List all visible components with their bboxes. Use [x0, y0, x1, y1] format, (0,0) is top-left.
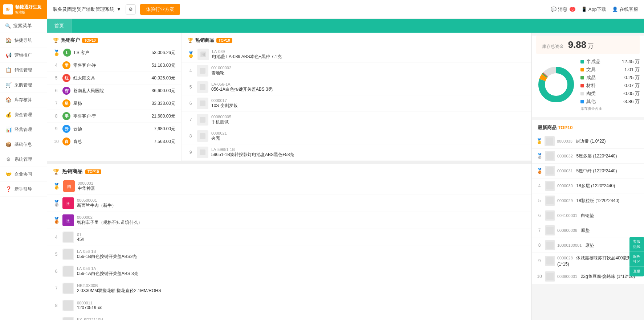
content-area: 🏆 热销客户 TOP10 🥇 L LS 客户 53,006.26元 4 零 — [47, 33, 644, 320]
prod-right-code-7: LA-59651-1B — [211, 147, 294, 152]
customer-amount-1: 53,006.26元 — [152, 50, 175, 56]
customer-name-3: 红太阳文具 — [73, 75, 149, 81]
newest-name-4: 18多层 (1220*2440) — [576, 183, 615, 188]
hot-info-2: 000500001 新西兰牛肉（新牛） — [77, 198, 116, 209]
rank-num-8: 10 — [53, 139, 60, 144]
rank-num-2: 4 — [53, 63, 60, 68]
float-btn-kefu[interactable]: 客服 热线 — [629, 237, 644, 252]
legend-dot-2 — [580, 68, 584, 71]
legend-item-2: 文具 1.01 万 — [580, 66, 640, 73]
svg-text:图: 图 — [201, 53, 205, 57]
hot-top10-badge: TOP10 — [85, 169, 101, 174]
newest-code-3: 0000031 — [557, 169, 573, 173]
nav-icon-kucun: 🏠 — [5, 97, 12, 103]
newest-name-1: 封边带 (1.0*22) — [576, 139, 606, 144]
svg-rect-17 — [63, 283, 73, 294]
customer-row-3: 5 红 红太阳文具 40,925.00元 — [47, 72, 181, 85]
right-panel: 库存总资金 9.88 万 — [531, 33, 644, 320]
newest-code-10: 003800001 — [557, 274, 577, 279]
newest-rank-4: 4 — [536, 183, 543, 188]
nav-icon-xiaoshou: 📋 — [5, 67, 12, 73]
sidebar-item-yingxiao[interactable]: 📢 营销推广 — [0, 48, 47, 63]
search-menu[interactable]: 🔍 搜索菜单 — [0, 19, 47, 33]
newest-code-5: 0000029 — [557, 198, 573, 203]
app-icon: 📱 — [581, 7, 587, 12]
nav-icon-zijin: 💰 — [5, 111, 12, 118]
svg-rect-19 — [63, 317, 73, 320]
hot-info-5: LA-056-1B 056-1B白色按键开关盖ABS2壳 — [77, 249, 137, 260]
svg-rect-3 — [200, 84, 205, 90]
prod-right-rank-2: 4 — [187, 68, 194, 73]
rank-icon-1: 🥇 — [53, 49, 60, 56]
trial-button[interactable]: 体验行业方案 — [140, 4, 180, 15]
newest-row-4: 4 0000030 18多层 (1220*2440) — [532, 179, 644, 193]
legend-dot-6 — [580, 100, 584, 103]
prod-right-name-4: 10S 变刹罗彀 — [211, 103, 238, 109]
nav-label-zijin: 资金管理 — [15, 112, 32, 118]
notify-button[interactable]: 💬 消息 6 — [551, 6, 575, 13]
nav-label-kuaijie: 快捷导航 — [15, 37, 32, 44]
legend-value-2: 1.01 万 — [624, 66, 640, 73]
prod-right-row-5: 7 000800005 手机测试 — [182, 112, 531, 128]
settings-button[interactable]: ⚙ — [126, 4, 136, 15]
newest-name-7: 原垫 — [581, 228, 590, 233]
hot-name-6: 056-1A白色按键开关盖ABS 3壳 — [77, 271, 138, 277]
sidebar-item-qiye[interactable]: 🤝 企业协同 — [0, 167, 47, 182]
legend-value-3: 0.25 万 — [624, 74, 640, 81]
tab-home[interactable]: 首页 — [47, 19, 72, 33]
hot-code-8: 0000011 — [77, 301, 102, 305]
customer-badge-4: 杏 — [62, 87, 70, 95]
prod-right-code-1: LA-089 — [212, 49, 282, 54]
sidebar-item-xitong[interactable]: ⚙ 系统管理 — [0, 152, 47, 167]
prod-right-placeholder-6 — [197, 130, 208, 142]
sidebar-item-jichu[interactable]: 📦 基础信息 — [0, 137, 47, 152]
newest-info-5: 0000029 18颗粒板 (1220*2440) — [557, 198, 619, 204]
customer-name-7: 云扬 — [73, 126, 151, 132]
sidebar-item-kuaijie[interactable]: 🏠 快捷导航 — [0, 33, 47, 48]
svg-rect-6 — [200, 133, 205, 139]
newest-info-8: 10000100001 原垫 — [557, 242, 594, 249]
customer-row-5: 7 星 星扬 33,333.00元 — [47, 97, 181, 110]
customers-top10-badge: TOP10 — [82, 38, 98, 43]
system-selector[interactable]: 装备及固定资产辅助管理系统 ▼ — [53, 6, 121, 13]
newest-top10: TOP10 — [558, 125, 573, 130]
customer-badge-3: 红 — [62, 74, 70, 82]
top-customers-title: 🏆 热销客户 TOP10 — [47, 33, 181, 46]
hot-rank-5: 5 — [53, 252, 60, 257]
notify-icon: 💬 — [551, 7, 557, 12]
nav-icon-kuaijie: 🏠 — [5, 37, 12, 44]
app-download-button[interactable]: 📱 App下载 — [581, 6, 606, 13]
sidebar-item-xiaoshou[interactable]: 📋 销售管理 — [0, 63, 47, 78]
customers-title-text: 热销客户 — [61, 37, 80, 44]
hot-code-2: 000500001 — [77, 198, 116, 202]
newest-rank-10: 10 — [536, 274, 543, 279]
float-btn-zhibo[interactable]: 直播 — [629, 267, 644, 276]
hot-info-8: 0000011 12070519-xs — [77, 301, 102, 310]
sidebar-item-kucun[interactable]: 🏠 库存核算 — [0, 93, 47, 107]
newest-name-5: 18颗粒板 (1220*2440) — [576, 198, 619, 203]
nav-label-kucun: 库存核算 — [15, 97, 32, 103]
sidebar-logo: 好 畅捷通好生意 标准版 — [0, 0, 47, 19]
prod-right-info-4: 0000017 10S 变刹罗彀 — [211, 98, 238, 109]
hot-rank-6: 6 — [53, 269, 60, 274]
hot-thumb-1: 图 — [63, 180, 75, 192]
customer-amount-2: 51,183.00元 — [152, 62, 175, 69]
sidebar-item-zijin[interactable]: 💰 资金管理 — [0, 107, 47, 122]
online-service-button[interactable]: 👤 在线客服 — [612, 6, 638, 13]
nav-icon-qiye: 🤝 — [5, 171, 12, 177]
float-btn-shequ[interactable]: 服务 社区 — [629, 252, 644, 267]
sidebar-item-jingying[interactable]: 📊 经营管理 — [0, 122, 47, 137]
newest-img-9 — [545, 256, 555, 266]
prod-right-code-6: 0000021 — [211, 131, 227, 135]
prod-right-placeholder-1: 图 — [197, 49, 209, 60]
legend-dot-4 — [580, 84, 584, 87]
newest-code-8: 10000100001 — [557, 243, 582, 247]
sidebar-item-caigou[interactable]: 🛒 采购管理 — [0, 78, 47, 93]
logo-line2: 标准版 — [15, 10, 41, 15]
newest-img-4 — [545, 181, 555, 191]
nav-label-xitong: 系统管理 — [15, 156, 32, 163]
hot-thumb-4 — [62, 231, 74, 243]
legend-name-5: 肉类 — [586, 90, 621, 97]
sidebar-item-xinshou[interactable]: ❓ 新手引导 — [0, 182, 47, 197]
hot-info-7: NB2.0X30B 2.0X30MM双搓花轴·搓花直径2.1MM/ROHS — [77, 283, 161, 294]
